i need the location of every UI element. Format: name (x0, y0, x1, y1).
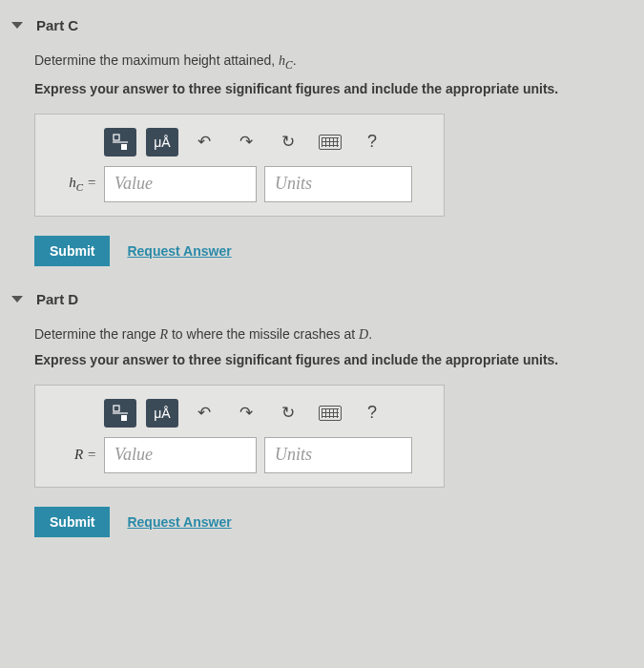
input-row: hC = Value Units (51, 166, 428, 202)
units-input[interactable]: Units (264, 166, 412, 202)
prompt-text: Determine the range R to where the missi… (34, 326, 610, 343)
reset-icon[interactable]: ↻ (272, 128, 304, 157)
caret-down-icon (11, 296, 23, 303)
answer-box: μÅ ↶ ↷ ↻ ? R = Value Units (34, 385, 445, 488)
undo-icon[interactable]: ↶ (188, 399, 220, 428)
part-d: Part D Determine the range R to where th… (0, 274, 644, 545)
reset-icon[interactable]: ↻ (272, 399, 304, 428)
part-body: Determine the maximum height attained, h… (0, 52, 644, 266)
keyboard-icon[interactable] (314, 399, 346, 428)
keyboard-icon[interactable] (314, 128, 346, 157)
actions-row: Submit Request Answer (34, 507, 610, 537)
prompt-var: hC (279, 53, 293, 68)
mu-angstrom-label: μÅ (154, 406, 170, 421)
part-c: Part C Determine the maximum height atta… (0, 0, 644, 274)
svg-rect-2 (121, 144, 127, 150)
fraction-template-icon[interactable] (104, 399, 136, 428)
variable-label: R = (51, 447, 96, 463)
prompt-prefix: Determine the maximum height attained, (34, 52, 279, 68)
answer-box: μÅ ↶ ↷ ↻ ? hC = Value Units (34, 114, 445, 217)
redo-icon[interactable]: ↷ (230, 128, 262, 157)
request-answer-link[interactable]: Request Answer (127, 514, 231, 530)
request-answer-link[interactable]: Request Answer (127, 243, 231, 259)
mu-angstrom-label: μÅ (154, 135, 170, 150)
prompt-suffix: . (293, 52, 297, 68)
units-input[interactable]: Units (264, 437, 412, 473)
part-body: Determine the range R to where the missi… (0, 326, 644, 537)
svg-rect-3 (114, 406, 119, 411)
part-title: Part D (36, 291, 78, 307)
input-row: R = Value Units (51, 437, 428, 473)
variable-label: hC = (51, 175, 96, 193)
part-header[interactable]: Part C (0, 17, 644, 52)
prompt-var: R (160, 327, 169, 342)
fraction-template-icon[interactable] (104, 128, 136, 157)
actions-row: Submit Request Answer (34, 236, 610, 266)
prompt-suffix: . (368, 326, 372, 342)
part-header[interactable]: Part D (0, 291, 644, 326)
prompt-middle: to where the missile crashes at (168, 326, 359, 342)
instruction-text: Express your answer to three significant… (34, 81, 610, 96)
prompt-prefix: Determine the range (34, 326, 160, 342)
value-input[interactable]: Value (104, 437, 257, 473)
special-char-button[interactable]: μÅ (146, 128, 178, 157)
caret-down-icon (11, 22, 23, 29)
svg-rect-5 (121, 415, 127, 421)
prompt-var2: D (359, 327, 368, 342)
help-button[interactable]: ? (356, 399, 388, 428)
submit-button[interactable]: Submit (34, 507, 110, 537)
toolbar: μÅ ↶ ↷ ↻ ? (104, 399, 388, 428)
svg-rect-0 (114, 135, 119, 140)
part-title: Part C (36, 17, 78, 33)
instruction-text: Express your answer to three significant… (34, 352, 610, 367)
prompt-text: Determine the maximum height attained, h… (34, 52, 610, 72)
submit-button[interactable]: Submit (34, 236, 110, 266)
special-char-button[interactable]: μÅ (146, 399, 178, 428)
toolbar: μÅ ↶ ↷ ↻ ? (104, 128, 388, 157)
undo-icon[interactable]: ↶ (188, 128, 220, 157)
help-button[interactable]: ? (356, 128, 388, 157)
redo-icon[interactable]: ↷ (230, 399, 262, 428)
value-input[interactable]: Value (104, 166, 257, 202)
